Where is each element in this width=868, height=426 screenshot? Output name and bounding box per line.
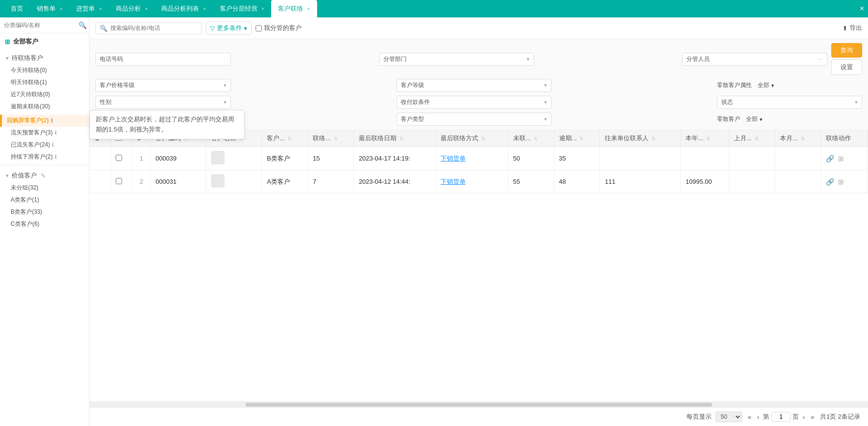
row1-unit-contact xyxy=(600,147,681,170)
filter-price-level[interactable]: 客户价格等级 ▾ xyxy=(95,79,231,92)
nav-home[interactable]: 首页 xyxy=(4,0,30,17)
row1-grid-icon[interactable]: ⊞ xyxy=(838,155,844,162)
arrow-down-icon: ▼ xyxy=(5,56,10,61)
total-records-label: 共1页 2条记录 xyxy=(820,412,860,421)
row1-last-method[interactable]: 下销货单 xyxy=(436,147,508,170)
per-page-select[interactable]: 20 50 100 xyxy=(716,411,742,422)
col-last-method-header[interactable]: 最后联络方式 ⇅ xyxy=(436,130,508,147)
filter-manager[interactable]: 分管人员 ··· xyxy=(682,53,827,66)
sidebar-all-customers[interactable]: ⊞ 全部客户 xyxy=(0,33,89,50)
close-sales-icon[interactable]: × xyxy=(60,6,62,12)
main-layout: 🔍 ≫ ⊞ 全部客户 ▼ 待联络客户 今天待联络(0) 明天待联络(1) 近7天… xyxy=(0,17,868,426)
row2-overdue: 48 xyxy=(554,170,600,193)
col-uncontacted-header[interactable]: 未联... ⇅ xyxy=(508,130,554,147)
row1-code[interactable]: 000039 xyxy=(151,147,206,170)
row1-name xyxy=(206,147,262,170)
col-this-month-header[interactable]: 本月... ⇅ xyxy=(775,130,821,147)
sidebar-search-input[interactable] xyxy=(4,22,76,29)
filter-gender[interactable]: 性别 ▾ xyxy=(95,96,231,109)
close-purchase-icon[interactable]: × xyxy=(99,6,102,12)
row2-last-method[interactable]: 下销货单 xyxy=(436,170,508,193)
row1-select-checkbox[interactable] xyxy=(116,155,122,161)
filter-cust-type[interactable]: 客户类型 ▾ xyxy=(396,113,551,126)
row2-link-icon[interactable]: 🔗 xyxy=(826,178,834,186)
row2-select-checkbox[interactable] xyxy=(116,178,122,184)
sidebar-item-churned[interactable]: 已流失客户(24) ℹ xyxy=(0,139,89,151)
nav-customer-contact[interactable]: 客户联络 × xyxy=(271,0,317,17)
row1-link-icon[interactable]: 🔗 xyxy=(826,155,834,162)
sidebar-item-today[interactable]: 今天待联络(0) xyxy=(0,64,89,76)
nav-analysis[interactable]: 商品分析 × xyxy=(109,0,154,17)
col-last-date-header[interactable]: 最后联络日期 ⇅ xyxy=(354,130,436,147)
sidebar-item-class-b[interactable]: B类客户(33) xyxy=(0,206,89,218)
manager-more-icon: ··· xyxy=(819,56,823,62)
my-customer-checkbox[interactable] xyxy=(256,25,262,31)
row1-this-month xyxy=(775,147,821,170)
sidebar-item-7days[interactable]: 近7天待联络(0) xyxy=(0,88,89,101)
row1-num: 1 xyxy=(132,147,150,170)
nav-sales[interactable]: 销售单 × xyxy=(30,0,69,17)
sidebar-item-class-c[interactable]: C类客户(6) xyxy=(0,218,89,230)
col-unit-contact-header[interactable]: 往来单位联系人 ⇅ xyxy=(600,130,681,147)
sidebar-group-value-title[interactable]: ▼ 价值客户 ✎ xyxy=(0,169,89,182)
gender-dropdown-icon: ▾ xyxy=(224,99,227,105)
sidebar-item-declining[interactable]: 持续下滑客户(2) ℹ xyxy=(0,151,89,163)
info-icon-repurchase: ℹ xyxy=(51,118,53,124)
filter-cust-level[interactable]: 客户等级 ▾ xyxy=(396,79,551,92)
sidebar-search-icon[interactable]: 🔍 xyxy=(78,21,87,29)
row2-num: 2 xyxy=(132,170,150,193)
nav-analysis-list[interactable]: 商品分析列表 × xyxy=(154,0,213,17)
export-button[interactable]: ⬆ 导出 xyxy=(842,24,862,32)
filter-phone[interactable]: 电话号码 xyxy=(95,53,231,66)
sidebar-group-pending-title[interactable]: ▼ 待联络客户 xyxy=(0,52,89,64)
row2-contact: 7 xyxy=(308,170,354,193)
sidebar-item-class-a[interactable]: A类客户(1) xyxy=(0,194,89,206)
nav-purchase[interactable]: 进货单 × xyxy=(69,0,108,17)
filter-status[interactable]: 状态 ▾ xyxy=(717,96,862,109)
close-contact-icon[interactable]: × xyxy=(307,6,310,12)
sidebar-item-churn-warning[interactable]: 流失预警客户(3) ℹ xyxy=(0,127,89,139)
horizontal-scrollbar[interactable] xyxy=(90,401,868,407)
sidebar: 🔍 ≫ ⊞ 全部客户 ▼ 待联络客户 今天待联络(0) 明天待联络(1) 近7天… xyxy=(0,17,90,426)
next-page-button[interactable]: › xyxy=(801,412,807,422)
prev-page-button[interactable]: ‹ xyxy=(755,412,761,422)
close-analysis-list-icon[interactable]: × xyxy=(203,6,206,12)
col-level-header[interactable]: 客户... ⇅ xyxy=(262,130,308,147)
close-segment-icon[interactable]: × xyxy=(261,6,264,12)
row2-last-date: 2023-04-12 14:44: xyxy=(354,170,436,193)
close-analysis-icon[interactable]: × xyxy=(145,6,148,12)
row2-last-month xyxy=(729,170,775,193)
grid-icon: ⊞ xyxy=(5,38,10,45)
row2-grid-icon[interactable]: ⊞ xyxy=(838,178,844,186)
retail-attr-dropdown-icon[interactable]: ▾ xyxy=(771,82,774,89)
row2-name xyxy=(206,170,262,193)
row1-contact: 15 xyxy=(308,147,354,170)
sidebar-item-tomorrow[interactable]: 明天待联络(1) xyxy=(0,76,89,88)
first-page-button[interactable]: « xyxy=(746,412,753,422)
sidebar-group-value: ▼ 价值客户 ✎ 未分组(32) A类客户(1) B类客户(33) C类客户(6… xyxy=(0,167,89,232)
row2-code[interactable]: 000031 xyxy=(151,170,206,193)
col-last-month-header[interactable]: 上月... ⇅ xyxy=(729,130,775,147)
sidebar-item-overdue[interactable]: 逾期未联络(30) xyxy=(0,101,89,113)
nav-customer-segment[interactable]: 客户分层经营 × xyxy=(213,0,271,17)
col-contact-header[interactable]: 联络... ⇅ xyxy=(308,130,354,147)
filter-dept[interactable]: 分管部门 ▾ xyxy=(379,53,534,66)
scroll-thumb[interactable] xyxy=(245,403,713,407)
sidebar-item-abnormal-repurchase[interactable]: 回购异常客户(2) ℹ xyxy=(2,115,89,127)
customer-search-input[interactable] xyxy=(110,25,198,31)
filter-payment[interactable]: 收付款条件 ▾ xyxy=(396,96,551,109)
filter-top-bar: 🔍 ▽ 更多条件 ▾ 我分管的客户 ⬆ 导出 xyxy=(90,17,868,39)
sidebar-item-ungrouped[interactable]: 未分组(32) xyxy=(0,182,89,194)
last-page-button[interactable]: » xyxy=(809,412,816,422)
row1-action: 🔗 ⊞ xyxy=(821,147,868,170)
row2-settings xyxy=(90,170,110,193)
col-overdue-header[interactable]: 逾期... ⇅ xyxy=(554,130,600,147)
query-button[interactable]: 查询 xyxy=(831,43,862,58)
edit-value-icon[interactable]: ✎ xyxy=(41,172,46,179)
settings-button[interactable]: 设置 xyxy=(831,59,862,75)
col-this-year-header[interactable]: 本年... ⇅ xyxy=(681,130,729,147)
more-filter-button[interactable]: ▽ 更多条件 ▾ xyxy=(206,21,252,35)
retail-cust-dropdown-icon[interactable]: ▾ xyxy=(760,116,762,123)
close-all-icon[interactable]: × xyxy=(860,4,864,13)
page-number-input[interactable] xyxy=(771,412,791,422)
